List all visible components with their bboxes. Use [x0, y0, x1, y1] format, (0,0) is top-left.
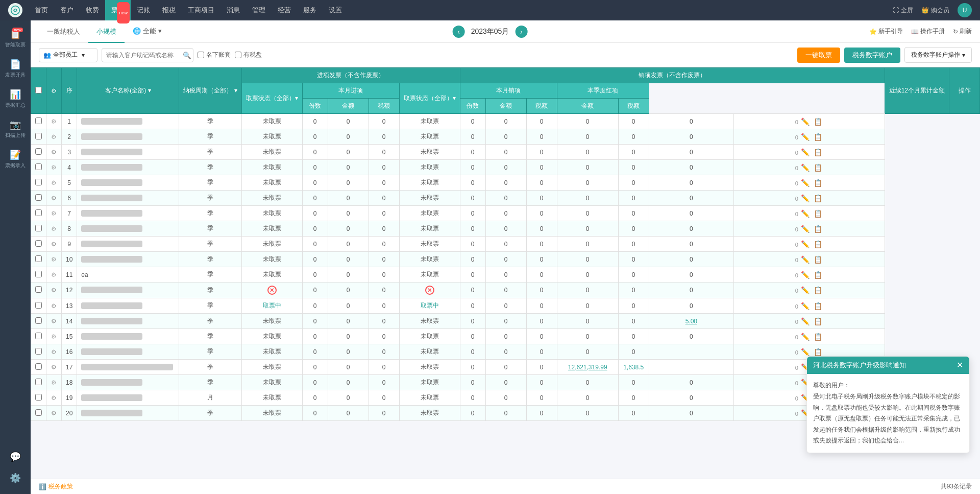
row-settings-icon[interactable]: ⚙: [51, 225, 57, 232]
row-checkbox[interactable]: [35, 286, 42, 293]
row-checkbox[interactable]: [35, 240, 42, 247]
nav-item-client[interactable]: 客户: [54, 0, 80, 20]
copy-icon[interactable]: 📋: [814, 317, 822, 325]
checkbox-has-tax-plate[interactable]: 有税盘: [235, 51, 262, 59]
nav-item-manage[interactable]: 管理: [246, 0, 272, 20]
edit-icon[interactable]: ✏️: [801, 179, 810, 187]
filter-icon[interactable]: ▾: [148, 87, 151, 94]
row-checkbox[interactable]: [35, 133, 42, 139]
nav-item-operation[interactable]: 经营: [272, 0, 297, 20]
sidebar-item-smart-ticket[interactable]: 📋 new 智能取票: [0, 25, 31, 53]
tax-digital-ops-btn[interactable]: 税务数字账户操作 ▾: [904, 47, 972, 63]
edit-icon[interactable]: ✏️: [801, 286, 810, 294]
edit-icon[interactable]: ✏️: [801, 271, 810, 279]
row-settings-icon[interactable]: ⚙: [51, 287, 57, 294]
copy-icon[interactable]: 📋: [814, 302, 822, 310]
copy-icon[interactable]: 📋: [814, 133, 822, 141]
new-guide-link[interactable]: ⭐ 新手引导: [869, 27, 903, 36]
copy-icon[interactable]: 📋: [814, 240, 822, 248]
row-checkbox[interactable]: [35, 363, 42, 370]
edit-icon[interactable]: ✏️: [801, 194, 810, 202]
row-checkbox[interactable]: [35, 255, 42, 262]
copy-icon[interactable]: 📋: [814, 163, 822, 172]
checkbox-my-accounts-input[interactable]: [198, 52, 204, 58]
row-settings-icon[interactable]: ⚙: [51, 149, 57, 156]
copy-icon[interactable]: 📋: [814, 255, 822, 264]
edit-icon[interactable]: ✏️: [801, 348, 810, 356]
manual-link[interactable]: 📖 操作手册: [911, 27, 945, 36]
tab-small[interactable]: 小规模: [88, 20, 125, 43]
row-checkbox[interactable]: [35, 117, 42, 124]
sidebar-item-ticket-summary[interactable]: 📊 票据汇总: [0, 85, 31, 113]
row-settings-icon[interactable]: ⚙: [51, 333, 57, 340]
edit-icon[interactable]: ✏️: [801, 117, 810, 126]
row-settings-icon[interactable]: ⚙: [51, 318, 57, 325]
checkbox-has-tax-plate-input[interactable]: [235, 52, 241, 58]
row-checkbox[interactable]: [35, 379, 42, 385]
copy-icon[interactable]: 📋: [814, 286, 822, 294]
edit-icon[interactable]: ✏️: [801, 333, 810, 341]
row-checkbox[interactable]: [35, 302, 42, 309]
edit-icon[interactable]: ✏️: [801, 240, 810, 248]
row-checkbox[interactable]: [35, 394, 42, 401]
row-checkbox[interactable]: [35, 148, 42, 155]
edit-icon[interactable]: ✏️: [801, 133, 810, 141]
row-checkbox[interactable]: [35, 271, 42, 277]
copy-icon[interactable]: 📋: [814, 194, 822, 202]
filter-icon2[interactable]: ▾: [234, 87, 237, 94]
checkbox-my-accounts[interactable]: 名下账套: [198, 51, 231, 59]
edit-icon[interactable]: ✏️: [801, 302, 810, 310]
nav-item-home[interactable]: 首页: [29, 0, 54, 20]
edit-icon[interactable]: ✏️: [801, 163, 810, 172]
popup-close-btn[interactable]: ✕: [957, 361, 963, 369]
edit-icon[interactable]: ✏️: [801, 255, 810, 264]
search-input[interactable]: [102, 48, 193, 62]
row-checkbox[interactable]: [35, 317, 42, 324]
user-avatar[interactable]: U: [958, 3, 972, 17]
row-settings-icon[interactable]: ⚙: [51, 302, 57, 310]
sidebar-item-invoice-open[interactable]: 📄 发票开具: [0, 55, 31, 83]
copy-icon[interactable]: 📋: [814, 333, 822, 341]
row-settings-icon[interactable]: ⚙: [51, 133, 57, 140]
copy-icon[interactable]: 📋: [814, 209, 822, 218]
nav-item-settings[interactable]: 设置: [323, 0, 348, 20]
tab-general[interactable]: 一般纳税人: [39, 20, 88, 43]
sidebar-item-chat[interactable]: 💬: [8, 447, 23, 466]
edit-icon[interactable]: ✏️: [801, 209, 810, 218]
tab-all[interactable]: 🌐 全能 ▾: [125, 20, 170, 43]
row-checkbox[interactable]: [35, 348, 42, 355]
row-settings-icon[interactable]: ⚙: [51, 164, 57, 171]
prev-period-btn[interactable]: ‹: [453, 26, 465, 38]
cumulative-link[interactable]: 5.00: [685, 318, 697, 325]
row-checkbox[interactable]: [35, 225, 42, 231]
nav-item-service[interactable]: 服务: [297, 0, 323, 20]
row-settings-icon[interactable]: ⚙: [51, 379, 57, 386]
row-settings-icon[interactable]: ⚙: [51, 410, 57, 417]
row-settings-icon[interactable]: ⚙: [51, 179, 57, 186]
row-settings-icon[interactable]: ⚙: [51, 256, 57, 263]
sidebar-item-gear[interactable]: ⚙️: [8, 468, 23, 488]
copy-icon[interactable]: 📋: [814, 148, 822, 156]
employee-filter[interactable]: 👥 全部员工 ▾: [39, 48, 97, 62]
copy-icon[interactable]: 📋: [814, 348, 822, 356]
row-settings-icon[interactable]: ⚙: [51, 271, 57, 278]
vip-btn[interactable]: 👑 购会员: [921, 6, 949, 15]
nav-item-invoice[interactable]: 票据 new: [105, 0, 131, 20]
row-settings-icon[interactable]: ⚙: [51, 210, 57, 217]
nav-item-billing[interactable]: 收费: [80, 0, 105, 20]
select-all-checkbox[interactable]: [35, 87, 42, 93]
row-settings-icon[interactable]: ⚙: [51, 364, 57, 371]
row-checkbox[interactable]: [35, 179, 42, 185]
row-settings-icon[interactable]: ⚙: [51, 241, 57, 248]
row-checkbox[interactable]: [35, 209, 42, 216]
row-checkbox[interactable]: [35, 333, 42, 339]
nav-item-tax[interactable]: 报税: [156, 0, 182, 20]
next-period-btn[interactable]: ›: [515, 26, 527, 38]
row-settings-icon[interactable]: ⚙: [51, 195, 57, 202]
sidebar-item-ticket-entry[interactable]: 📝 票据录入: [0, 145, 31, 173]
tax-policy-link[interactable]: ℹ️ 税务政策: [39, 482, 73, 491]
row-settings-icon[interactable]: ⚙: [51, 118, 57, 125]
search-button[interactable]: 🔍: [183, 51, 191, 59]
sidebar-item-scan-upload[interactable]: 📷 扫描上传: [0, 115, 31, 143]
row-checkbox[interactable]: [35, 409, 42, 416]
